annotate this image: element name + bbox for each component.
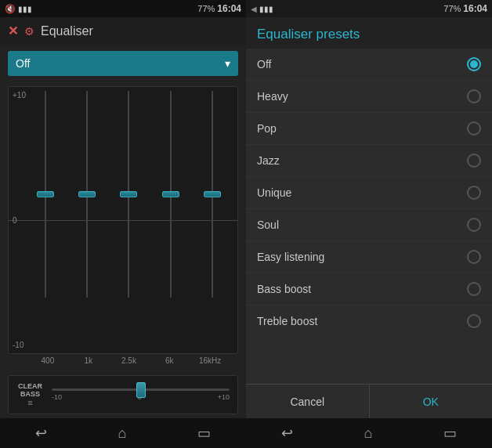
radio-button[interactable]	[467, 282, 481, 296]
freq-1k: 1k	[68, 356, 109, 365]
eq-track-1	[45, 91, 46, 298]
eq-band-2[interactable]	[86, 91, 88, 349]
preset-item-soul[interactable]: Soul	[246, 209, 492, 241]
eq-thumb-2	[78, 191, 96, 197]
status-right-left-icons: ◀ ▮▮▮	[251, 5, 273, 13]
preset-dropdown[interactable]: Off ▾	[8, 51, 238, 76]
radio-button[interactable]	[467, 218, 481, 232]
eq-thumb-3	[120, 191, 137, 197]
time-right: 16:04	[463, 3, 487, 14]
radio-button[interactable]	[467, 121, 481, 135]
eq-center-line	[9, 220, 237, 221]
preset-name: Off	[257, 58, 271, 70]
eq-track-3	[128, 91, 129, 298]
radio-button[interactable]	[467, 154, 481, 168]
preset-item-heavy[interactable]: Heavy	[246, 81, 492, 113]
time-left: 16:04	[217, 3, 241, 14]
back-button-right[interactable]: ↩	[281, 425, 293, 442]
bass-min-label: -10	[52, 393, 62, 401]
chevron-down-icon: ▾	[225, 57, 230, 70]
dropdown-value: Off	[16, 57, 30, 70]
bass-slider-container[interactable]: -10 0 +10	[52, 388, 230, 401]
page-title-left: Equaliser	[41, 24, 93, 38]
back-arrow-icon: ◀	[251, 5, 257, 13]
bass-bass-text: BASS	[20, 390, 40, 398]
left-screen: 🔇 ▮▮▮ 77% 16:04 ✕ ⚙ Equaliser Off ▾ +10 …	[0, 0, 246, 448]
radio-button[interactable]	[467, 314, 481, 328]
battery-left: 77%	[197, 4, 215, 13]
nav-bar-right: ↩ ⌂ ▭	[246, 418, 492, 448]
bass-max-label: +10	[218, 393, 230, 401]
preset-item-bass-boost[interactable]: Bass boost	[246, 273, 492, 305]
status-right-info: 77% 16:04	[197, 3, 241, 14]
preset-item-unique[interactable]: Unique	[246, 177, 492, 209]
eq-thumb-4	[162, 191, 179, 197]
status-left-icons: 🔇 ▮▮▮	[5, 4, 32, 14]
eq-label-pos10: +10	[13, 91, 26, 99]
eq-label-0: 0	[13, 216, 17, 225]
radio-inner	[470, 60, 478, 68]
radio-button[interactable]	[467, 250, 481, 264]
freq-6k: 6k	[149, 356, 190, 365]
preset-list: OffHeavyPopJazzUniqueSoulEasy listeningB…	[246, 49, 492, 384]
preset-item-easy-listening[interactable]: Easy listening	[246, 241, 492, 273]
bass-lines-icon: ≡	[27, 398, 32, 407]
preset-name: Heavy	[257, 90, 288, 103]
title-bar-left: ✕ ⚙ Equaliser	[0, 17, 246, 45]
freq-16k: 16kHz	[190, 356, 230, 365]
eq-track-2	[86, 91, 88, 298]
freq-400: 400	[27, 356, 68, 365]
preset-name: Jazz	[257, 154, 280, 167]
status-right-right-info: 77% 16:04	[443, 3, 487, 14]
right-panel-title: Equaliser presets	[257, 27, 481, 42]
close-icon[interactable]: ✕	[8, 23, 18, 38]
right-title-area: Equaliser presets	[246, 17, 492, 49]
right-screen: ◀ ▮▮▮ 77% 16:04 Equaliser presets OffHea…	[246, 0, 492, 448]
bass-track	[52, 388, 230, 391]
mute-icon: 🔇	[5, 4, 16, 14]
eq-display: +10 0 -10	[0, 82, 246, 371]
bass-thumb	[136, 382, 146, 398]
eq-band-1[interactable]	[45, 91, 46, 349]
eq-track-4	[170, 91, 172, 298]
preset-item-pop[interactable]: Pop	[246, 113, 492, 145]
eq-freq-labels: 400 1k 2.5k 6k 16kHz	[8, 354, 238, 367]
freq-2k5: 2.5k	[109, 356, 150, 365]
radio-button[interactable]	[467, 57, 481, 71]
recent-button-left[interactable]: ▭	[197, 425, 211, 442]
bass-clear-text: CLEAR	[18, 382, 42, 390]
eq-band-3[interactable]	[128, 91, 129, 349]
home-button-right[interactable]: ⌂	[364, 425, 373, 442]
eq-label-neg10: -10	[13, 341, 24, 349]
eq-icon: ⚙	[24, 25, 34, 38]
eq-band-5[interactable]	[212, 91, 213, 349]
bass-label: CLEAR BASS ≡	[16, 382, 44, 407]
eq-thumb-1	[37, 191, 54, 197]
radio-button[interactable]	[467, 186, 481, 200]
cancel-button[interactable]: Cancel	[246, 385, 370, 418]
status-bar-left: 🔇 ▮▮▮ 77% 16:04	[0, 0, 246, 17]
preset-item-off[interactable]: Off	[246, 49, 492, 81]
nav-bar-left: ↩ ⌂ ▭	[0, 418, 246, 448]
preset-name: Easy listening	[257, 251, 324, 263]
ok-button[interactable]: OK	[370, 385, 493, 418]
home-button-left[interactable]: ⌂	[118, 425, 127, 442]
bass-section: CLEAR BASS ≡ -10 0 +10	[8, 375, 238, 414]
preset-item-treble-boost[interactable]: Treble boost	[246, 305, 492, 337]
eq-thumb-5	[204, 191, 221, 197]
battery-right: 77%	[443, 4, 461, 13]
preset-name: Pop	[257, 122, 277, 135]
preset-name: Bass boost	[257, 283, 311, 295]
status-bar-right: ◀ ▮▮▮ 77% 16:04	[246, 0, 492, 17]
preset-name: Unique	[257, 186, 291, 199]
eq-band-4[interactable]	[170, 91, 172, 349]
recent-button-right[interactable]: ▭	[443, 425, 457, 442]
eq-track-5	[212, 91, 213, 298]
preset-name: Treble boost	[257, 315, 317, 327]
preset-item-jazz[interactable]: Jazz	[246, 145, 492, 177]
back-button-left[interactable]: ↩	[35, 425, 47, 442]
radio-button[interactable]	[467, 89, 481, 103]
eq-sliders-area: +10 0 -10	[8, 86, 238, 354]
dialog-buttons: Cancel OK	[246, 384, 492, 418]
signal-icon: ▮▮▮	[18, 5, 32, 13]
